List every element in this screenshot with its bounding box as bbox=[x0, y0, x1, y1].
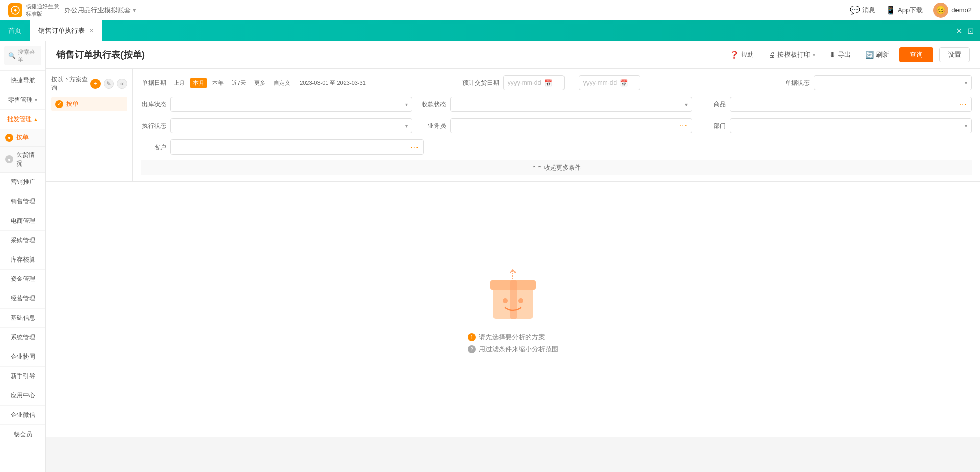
sidebar-item-collab[interactable]: 企业协同 bbox=[0, 347, 45, 367]
salesperson-select[interactable]: ··· bbox=[450, 118, 692, 133]
message-btn[interactable]: 💬 消息 bbox=[850, 5, 875, 15]
close-window-btn[interactable]: ✕ bbox=[955, 26, 962, 36]
date-tab-custom[interactable]: 自定义 bbox=[271, 78, 293, 88]
download-icon: 📱 bbox=[886, 5, 896, 15]
refresh-btn[interactable]: 🔄 刷新 bbox=[861, 48, 893, 61]
header-right: 💬 消息 📱 App下载 😊 demo2 bbox=[850, 3, 972, 18]
customer-label: 客户 bbox=[141, 143, 166, 152]
dept-select[interactable]: ▾ bbox=[730, 118, 972, 133]
delivery-status-select[interactable]: ▾ bbox=[170, 97, 412, 112]
expand-window-btn[interactable]: ⊡ bbox=[967, 26, 974, 36]
expected-delivery-end[interactable]: yyyy-mm-dd 📅 bbox=[579, 75, 640, 90]
filter-item-delivery-status: 出库状态 ▾ bbox=[141, 97, 412, 112]
filter-item-dept: 部门 ▾ bbox=[700, 118, 972, 133]
page-title: 销售订单执行表(按单) bbox=[56, 49, 145, 61]
sidebar-item-guide[interactable]: 新手引导 bbox=[0, 367, 45, 386]
empty-step-1: 1 请先选择要分析的方案 bbox=[468, 333, 545, 342]
goods-select[interactable]: ··· bbox=[730, 97, 972, 112]
sidebar-item-operation[interactable]: 经营管理 bbox=[0, 289, 45, 309]
user-name: demo2 bbox=[951, 6, 972, 14]
sidebar-item-basic[interactable]: 基础信息 bbox=[0, 309, 45, 328]
sidebar-item-inventory[interactable]: 库存核算 bbox=[0, 250, 45, 270]
tab-bar-actions: ✕ ⊡ bbox=[949, 20, 980, 41]
search-placeholder: 搜索菜单 bbox=[18, 48, 37, 63]
chevron-down-icon: ▾ bbox=[35, 97, 37, 103]
tab-sales-order[interactable]: 销售订单执行表 × bbox=[30, 20, 102, 41]
sidebar-item-retail[interactable]: 零售管理 ▾ bbox=[0, 90, 45, 110]
filter-row-4: 客户 ··· bbox=[141, 139, 972, 155]
sidebar-sub-item-owe-goods[interactable]: ● 欠货情况 bbox=[0, 147, 45, 173]
doc-status-select[interactable]: ▾ bbox=[814, 75, 972, 90]
filter-item-customer: 客户 ··· bbox=[141, 139, 424, 155]
content-area: 1 请先选择要分析的方案 2 用过滤条件来缩小分析范围 bbox=[46, 182, 980, 437]
payment-arrow: ▾ bbox=[685, 102, 688, 107]
collapse-bar[interactable]: ⌃⌃ 收起更多条件 bbox=[141, 160, 972, 175]
step2-icon: 2 bbox=[468, 345, 476, 353]
filter-item-doc-date: 单据日期 上月 本月 本年 近7天 更多 自定义 2023-03-01 至 20… bbox=[141, 78, 454, 88]
top-header: 畅捷通好生意 标准版 办公用品行业模拟账套 ▾ 💬 消息 📱 App下载 😊 d… bbox=[0, 0, 980, 20]
empty-text: 1 请先选择要分析的方案 2 用过滤条件来缩小分析范围 bbox=[468, 333, 558, 354]
setting-btn[interactable]: 设置 bbox=[939, 47, 970, 62]
page-header: 销售订单执行表(按单) ❓ 帮助 🖨 按模板打印 ▾ ⬇ 导出 bbox=[46, 41, 980, 69]
breadcrumb[interactable]: 办公用品行业模拟账套 ▾ bbox=[64, 6, 136, 15]
date-tab-more[interactable]: 更多 bbox=[251, 78, 268, 88]
export-btn[interactable]: ⬇ 导出 bbox=[825, 48, 855, 61]
tab-bar: 首页 销售订单执行表 × ✕ ⊡ bbox=[0, 20, 980, 41]
date-tab-last-month[interactable]: 上月 bbox=[170, 78, 188, 88]
filter-left-panel: 按以下方案查询 + ✎ « ✓ 按单 bbox=[46, 69, 133, 181]
logo-text: 畅捷通好生意 标准版 bbox=[26, 3, 59, 17]
svg-point-5 bbox=[518, 298, 523, 303]
doc-status-label: 单据状态 bbox=[784, 79, 810, 87]
date-tabs: 上月 本月 本年 近7天 更多 自定义 bbox=[170, 78, 293, 88]
sidebar-item-ecommerce[interactable]: 电商管理 bbox=[0, 211, 45, 231]
empty-box-svg bbox=[482, 268, 544, 324]
calendar-icon-end: 📅 bbox=[620, 79, 628, 87]
sidebar-search-area[interactable]: 🔍 搜索菜单 bbox=[0, 41, 45, 71]
sidebar: 🔍 搜索菜单 快捷导航 零售管理 ▾ 批发管理 ▲ ● 按单 ● 欠货情况 bbox=[0, 41, 46, 472]
doc-date-label: 单据日期 bbox=[141, 79, 166, 87]
logo-icon bbox=[8, 3, 22, 17]
sidebar-item-marketing[interactable]: 营销推广 bbox=[0, 173, 45, 192]
sidebar-item-member[interactable]: 畅会员 bbox=[0, 425, 45, 444]
sidebar-item-system[interactable]: 系统管理 bbox=[0, 328, 45, 347]
filter-item-salesperson: 业务员 ··· bbox=[421, 118, 692, 133]
sidebar-item-quick-nav[interactable]: 快捷导航 bbox=[0, 71, 45, 90]
goods-more-icon: ··· bbox=[959, 100, 967, 109]
solution-item-by-order[interactable]: ✓ 按单 bbox=[51, 97, 127, 111]
customer-select[interactable]: ··· bbox=[170, 139, 424, 155]
sidebar-item-sales[interactable]: 销售管理 bbox=[0, 192, 45, 211]
print-icon: 🖨 bbox=[768, 51, 775, 59]
date-tab-this-month[interactable]: 本月 bbox=[190, 78, 207, 88]
tab-home[interactable]: 首页 bbox=[0, 20, 30, 41]
help-btn[interactable]: ❓ 帮助 bbox=[726, 48, 758, 61]
expected-delivery-start[interactable]: yyyy-mm-dd 📅 bbox=[503, 75, 565, 90]
edit-solution-btn[interactable]: ✎ bbox=[104, 79, 114, 89]
payment-status-select[interactable]: ▾ bbox=[450, 97, 692, 112]
sidebar-item-purchase[interactable]: 采购管理 bbox=[0, 231, 45, 250]
date-tab-7days[interactable]: 近7天 bbox=[229, 78, 249, 88]
query-btn[interactable]: 查询 bbox=[899, 47, 933, 62]
sidebar-item-wholesale[interactable]: 批发管理 ▲ bbox=[0, 110, 45, 129]
filter-item-goods: 商品 ··· bbox=[700, 97, 972, 112]
date-tab-this-year[interactable]: 本年 bbox=[209, 78, 227, 88]
add-solution-btn[interactable]: + bbox=[90, 79, 101, 89]
sidebar-item-wechat[interactable]: 企业微信 bbox=[0, 406, 45, 425]
chevron-up-icon: ▲ bbox=[33, 116, 38, 122]
app-download-btn[interactable]: 📱 App下载 bbox=[886, 5, 923, 15]
user-menu[interactable]: 😊 demo2 bbox=[933, 3, 972, 18]
collapse-sidebar-btn[interactable]: « bbox=[117, 79, 127, 89]
solution-active-icon: ✓ bbox=[55, 100, 63, 108]
filter-item-doc-status: 单据状态 ▾ bbox=[784, 75, 972, 90]
filter-left-title: 按以下方案查询 + ✎ « bbox=[51, 75, 127, 92]
sidebar-sub-item-by-order[interactable]: ● 按单 bbox=[0, 129, 45, 147]
sidebar-item-apps[interactable]: 应用中心 bbox=[0, 386, 45, 406]
refresh-icon: 🔄 bbox=[865, 51, 874, 59]
print-btn[interactable]: 🖨 按模板打印 ▾ bbox=[764, 48, 819, 61]
tab-close-icon[interactable]: × bbox=[90, 27, 93, 34]
customer-more-icon: ··· bbox=[410, 143, 419, 152]
filter-panel: 按以下方案查询 + ✎ « ✓ 按单 bbox=[46, 69, 980, 182]
filter-item-expected-delivery: 预计交货日期 yyyy-mm-dd 📅 — yyyy-mm-dd 📅 bbox=[462, 75, 776, 90]
sidebar-item-finance[interactable]: 资金管理 bbox=[0, 270, 45, 289]
exec-status-select[interactable]: ▾ bbox=[170, 118, 412, 133]
sidebar-sub-panel: ● 按单 ● 欠货情况 bbox=[0, 129, 45, 173]
